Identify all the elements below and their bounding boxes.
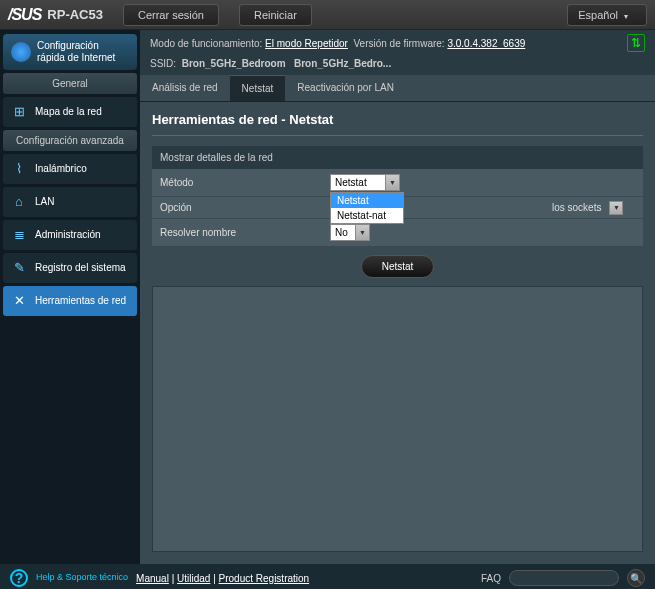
ssid-label: SSID: (150, 58, 176, 69)
manual-link[interactable]: Manual (136, 573, 169, 584)
action-row: Netstat (152, 247, 643, 286)
top-bar: /SUS RP-AC53 Cerrar sesión Reiniciar Esp… (0, 0, 655, 30)
nav-wireless[interactable]: ⌇ Inalámbrico (3, 154, 137, 184)
table-header: Mostrar detalles de la red (152, 146, 643, 169)
language-select[interactable]: Español (567, 4, 647, 26)
nav-nettools[interactable]: ✕ Herramientas de red (3, 286, 137, 316)
section-advanced: Configuración avanzada (3, 130, 137, 151)
chevron-down-icon: ▼ (385, 175, 399, 190)
model-name: RP-AC53 (47, 7, 103, 22)
log-icon: ✎ (11, 260, 27, 276)
faq-link[interactable]: FAQ (481, 573, 501, 584)
home-icon: ⌂ (11, 194, 27, 210)
brand-logo: /SUS (8, 6, 41, 24)
mode-link[interactable]: El modo Repetidor (265, 38, 348, 49)
utility-link[interactable]: Utilidad (177, 573, 210, 584)
search-input[interactable] (509, 570, 619, 586)
fw-link[interactable]: 3.0.0.4.382_6639 (447, 38, 525, 49)
help-text: Help & Soporte técnico (36, 573, 128, 583)
chevron-down-icon: ▼ (355, 225, 369, 240)
content-area: Herramientas de red - Netstat Mostrar de… (140, 102, 655, 564)
fw-label: Versión de firmware: (353, 38, 444, 49)
resolve-value: No (335, 227, 348, 238)
search-button[interactable]: 🔍 (627, 569, 645, 587)
ssid-bar: SSID: Bron_5GHz_Bedroom Bron_5GHz_Bedro.… (140, 56, 655, 75)
tab-bar: Análisis de red Netstat Reactivación por… (140, 75, 655, 102)
dropdown-item-netstat-nat[interactable]: Netstat-nat (331, 208, 403, 223)
ssid-1: Bron_5GHz_Bedroom (182, 58, 286, 69)
method-label: Método (160, 177, 330, 188)
wifi-icon: ⌇ (11, 161, 27, 177)
quick-setup-button[interactable]: Configuración rápida de Internet (3, 34, 137, 70)
info-bar: Modo de funcionamiento: El modo Repetido… (140, 30, 655, 56)
footer-links: Manual | Utilidad | Product Registration (136, 573, 309, 584)
tools-icon: ✕ (11, 293, 27, 309)
footer: ? Help & Soporte técnico Manual | Utilid… (0, 564, 655, 589)
nav-label: Administración (35, 229, 101, 241)
nav-lan[interactable]: ⌂ LAN (3, 187, 137, 217)
mode-label: Modo de funcionamiento: (150, 38, 262, 49)
map-icon: ⊞ (11, 104, 27, 120)
tab-analysis[interactable]: Análisis de red (140, 75, 230, 101)
main-panel: Modo de funcionamiento: El modo Repetido… (140, 30, 655, 564)
page-title: Herramientas de red - Netstat (152, 112, 643, 136)
help-icon[interactable]: ? (10, 569, 28, 587)
nav-network-map[interactable]: ⊞ Mapa de la red (3, 97, 137, 127)
netstat-button[interactable]: Netstat (361, 255, 435, 278)
method-select[interactable]: Netstat ▼ (330, 174, 400, 191)
resolve-label: Resolver nombre (160, 227, 330, 238)
admin-icon: ≣ (11, 227, 27, 243)
section-general: General (3, 73, 137, 94)
nav-label: Registro del sistema (35, 262, 126, 274)
chevron-down-icon: ▼ (609, 201, 623, 215)
sidebar: Configuración rápida de Internet General… (0, 30, 140, 564)
ssid-2: Bron_5GHz_Bedro... (294, 58, 391, 69)
nav-label: Mapa de la red (35, 106, 102, 118)
option-label: Opción (160, 202, 330, 213)
row-method: Método Netstat ▼ Netstat Netstat-nat (152, 169, 643, 197)
nav-admin[interactable]: ≣ Administración (3, 220, 137, 250)
output-textarea[interactable] (152, 286, 643, 552)
tab-netstat[interactable]: Netstat (230, 75, 286, 101)
globe-icon (11, 42, 31, 62)
tab-wol[interactable]: Reactivación por LAN (285, 75, 406, 101)
reboot-button[interactable]: Reiniciar (239, 4, 312, 26)
dropdown-item-netstat[interactable]: Netstat (331, 193, 403, 208)
quick-setup-label: Configuración rápida de Internet (37, 40, 129, 64)
option-ghost-text: los sockets (552, 202, 601, 213)
resolve-select[interactable]: No ▼ (330, 224, 370, 241)
nav-label: LAN (35, 196, 54, 208)
wifi-status-icon[interactable]: ⇅ (627, 34, 645, 52)
option-select-partial[interactable]: los sockets ▼ (552, 201, 623, 215)
logout-button[interactable]: Cerrar sesión (123, 4, 219, 26)
method-dropdown: Netstat Netstat-nat (330, 192, 404, 224)
nav-label: Inalámbrico (35, 163, 87, 175)
product-reg-link[interactable]: Product Registration (219, 573, 310, 584)
nav-syslog[interactable]: ✎ Registro del sistema (3, 253, 137, 283)
method-value: Netstat (335, 177, 367, 188)
nav-label: Herramientas de red (35, 295, 126, 307)
